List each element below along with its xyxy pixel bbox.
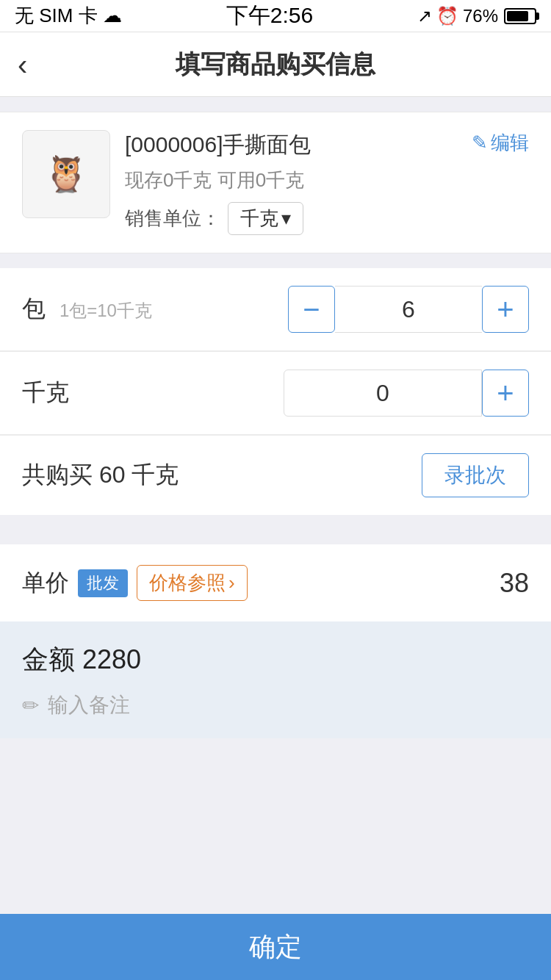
qianke-input-row: 千克 +	[0, 351, 551, 435]
battery-percent: 76%	[463, 6, 498, 26]
alarm-icon: ⏰	[436, 6, 458, 26]
unit-value: 千克	[240, 206, 278, 231]
status-left: 无 SIM 卡 ☁	[15, 3, 122, 29]
price-ref-label: 价格参照	[149, 570, 226, 596]
price-ref-arrow-icon: ›	[228, 572, 235, 594]
amount-row: 金额 2280	[22, 642, 529, 678]
status-right: ↗ ⏰ 76%	[417, 6, 536, 26]
status-bar: 无 SIM 卡 ☁ 下午2:56 ↗ ⏰ 76%	[0, 0, 551, 32]
bao-plus-button[interactable]: +	[482, 286, 529, 333]
location-icon: ↗	[417, 6, 432, 26]
bao-minus-button[interactable]: −	[288, 286, 335, 333]
bao-label-group: 包 1包=10千克	[22, 293, 288, 325]
pencil-icon: ✏	[22, 693, 39, 718]
product-info: [0000006]手撕面包 ✎ 编辑 现存0千克 可用0千克 销售单位： 千克 …	[125, 130, 529, 235]
amount-section: 金额 2280 ✏ 输入备注	[0, 621, 551, 738]
confirm-button[interactable]: 确定	[0, 914, 551, 980]
price-label-group: 单价 批发 价格参照 ›	[22, 565, 248, 601]
section-divider-2	[0, 515, 551, 530]
product-stock: 现存0千克 可用0千克	[125, 167, 529, 193]
product-unit-row: 销售单位： 千克 ▾	[125, 202, 529, 235]
battery-icon	[504, 8, 536, 24]
qianke-section: 千克 +	[0, 351, 551, 435]
summary-row: 共购买 60 千克 录批次	[0, 435, 551, 515]
dropdown-arrow-icon: ▾	[281, 207, 291, 230]
owl-logo-icon: 🦉	[44, 154, 88, 195]
status-time: 下午2:56	[226, 1, 313, 31]
section-divider-1	[0, 253, 551, 268]
qianke-quantity-control: +	[284, 370, 529, 417]
qianke-quantity-input[interactable]	[284, 370, 482, 417]
price-section: 单价 批发 价格参照 › 38	[0, 544, 551, 621]
qianke-plus-button[interactable]: +	[482, 370, 529, 417]
unit-dropdown[interactable]: 千克 ▾	[228, 202, 303, 235]
bao-hint: 1包=10千克	[60, 300, 152, 320]
bao-quantity-control: − +	[288, 286, 529, 333]
bao-quantity-input[interactable]	[335, 286, 482, 333]
summary-text: 共购买 60 千克	[22, 459, 179, 491]
bao-input-row: 包 1包=10千克 − +	[0, 268, 551, 351]
price-row: 单价 批发 价格参照 › 38	[22, 565, 529, 601]
qianke-label: 千克	[22, 377, 284, 409]
amount-label: 金额 2280	[22, 644, 141, 674]
nav-bar: ‹ 填写商品购买信息	[0, 32, 551, 97]
note-row[interactable]: ✏ 输入备注	[22, 691, 529, 731]
page-title: 填写商品购买信息	[176, 48, 375, 82]
edit-label: 编辑	[491, 130, 529, 156]
unit-label: 销售单位：	[125, 206, 220, 231]
product-image: 🦉	[22, 130, 110, 218]
note-placeholder: 输入备注	[48, 691, 130, 719]
edit-button[interactable]: ✎ 编辑	[472, 130, 529, 156]
price-ref-button[interactable]: 价格参照 ›	[137, 565, 248, 601]
no-sim-label: 无 SIM 卡 ☁	[15, 3, 122, 29]
bao-label: 包	[22, 295, 46, 322]
price-label: 单价	[22, 567, 69, 599]
pifa-badge: 批发	[78, 569, 128, 597]
confirm-label: 确定	[249, 929, 302, 965]
product-name: [0000006]手撕面包	[125, 130, 311, 160]
back-button[interactable]: ‹	[18, 50, 27, 79]
batch-button[interactable]: 录批次	[422, 453, 529, 497]
price-value: 38	[500, 568, 529, 599]
product-card: 🦉 [0000006]手撕面包 ✎ 编辑 现存0千克 可用0千克 销售单位： 千…	[0, 112, 551, 253]
bao-section: 包 1包=10千克 − +	[0, 268, 551, 351]
edit-icon: ✎	[472, 131, 488, 154]
